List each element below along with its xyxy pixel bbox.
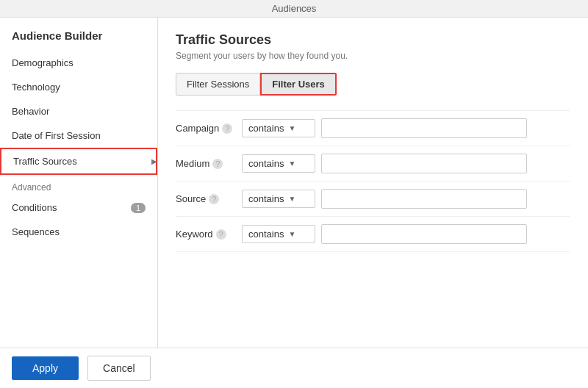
campaign-input[interactable] [321,118,527,138]
source-operator-arrow: ▼ [288,195,295,203]
footer: Apply Cancel [0,348,588,388]
main-container: Audience Builder Demographics Technology… [0,18,588,348]
source-label: Source ? [176,193,242,204]
filter-users-button[interactable]: Filter Users [260,73,337,96]
sidebar-item-traffic-sources[interactable]: Traffic Sources [0,148,157,175]
sidebar-title: Audience Builder [0,24,157,51]
source-help-icon[interactable]: ? [209,194,219,204]
medium-label: Medium ? [176,158,242,169]
content-subtitle: Segment your users by how they found you… [176,51,570,61]
keyword-help-icon[interactable]: ? [216,229,226,240]
filter-sessions-button[interactable]: Filter Sessions [176,73,260,96]
keyword-row: Keyword ? contains ▼ ➜ [176,217,570,252]
source-operator-select[interactable]: contains ▼ [242,190,315,208]
filter-buttons: Filter Sessions Filter Users [176,73,570,96]
campaign-row: Campaign ? contains ▼ ➜ [176,110,570,146]
campaign-help-icon[interactable]: ? [222,123,232,134]
cancel-button[interactable]: Cancel [87,356,151,381]
campaign-operator-select[interactable]: contains ▼ [242,119,315,137]
sidebar-item-conditions[interactable]: Conditions 1 [0,195,157,220]
campaign-label: Campaign ? [176,123,242,134]
sidebar-item-demographics[interactable]: Demographics [0,51,157,75]
keyword-operator-select[interactable]: contains ▼ [242,225,315,243]
sidebar-item-sequences[interactable]: Sequences [0,220,157,244]
medium-operator-select[interactable]: contains ▼ [242,154,315,173]
source-row: Source ? contains ▼ ➜ [176,182,570,217]
content-title: Traffic Sources [176,32,570,48]
source-input[interactable] [321,189,527,209]
keyword-input[interactable] [321,224,527,244]
advanced-section-label: Advanced [0,175,157,195]
medium-help-icon[interactable]: ? [212,159,223,169]
top-bar: Audiences [0,0,588,18]
sidebar-item-behavior[interactable]: Behavior [0,99,157,123]
keyword-label: Keyword ? [176,229,242,240]
medium-operator-arrow: ▼ [288,159,295,168]
sidebar-item-technology[interactable]: Technology [0,75,157,99]
form-rows: Campaign ? contains ▼ ➜ Medium ? conta [176,110,570,252]
page-title: Audiences [272,3,317,14]
apply-button[interactable]: Apply [12,356,79,380]
campaign-operator-arrow: ▼ [288,124,295,132]
medium-input[interactable] [321,154,527,173]
keyword-operator-arrow: ▼ [288,230,295,238]
sidebar-item-date-of-first-session[interactable]: Date of First Session [0,123,157,148]
medium-row: Medium ? contains ▼ ➜ [176,146,570,182]
conditions-badge: 1 [131,203,146,213]
content-area: Traffic Sources Segment your users by ho… [158,18,588,348]
sidebar: Audience Builder Demographics Technology… [0,18,158,348]
